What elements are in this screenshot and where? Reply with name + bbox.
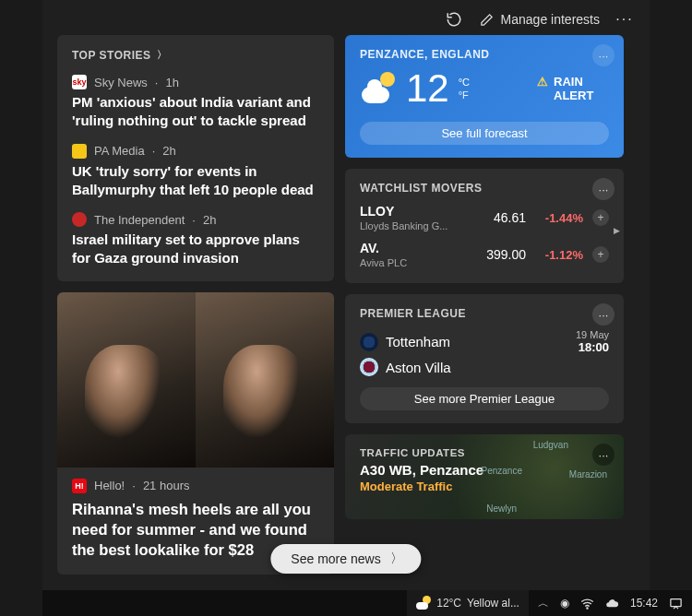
story-headline: PM 'anxious' about India variant and 'ru… (72, 93, 319, 131)
story-source: Sky News (94, 76, 148, 89)
ticker-change: -1.12% (535, 248, 583, 262)
manage-interests-label: Manage interests (501, 12, 600, 27)
weather-icon (416, 596, 431, 610)
weather-alert: ⚠ RAIN ALERT (537, 75, 609, 102)
onedrive-icon[interactable] (605, 597, 619, 610)
story-item[interactable]: The Independent · 2h Israel military set… (72, 212, 319, 268)
card-more-icon[interactable]: ··· (592, 303, 614, 326)
ticker: LLOY (360, 204, 465, 219)
source-badge: H! (72, 479, 87, 493)
ticker-name: Lloyds Banking G... (360, 220, 465, 231)
story-time: 21 hours (143, 479, 190, 492)
chevron-right-icon[interactable]: ▶ (614, 226, 620, 235)
tray-chevron-icon[interactable]: ︿ (538, 596, 549, 611)
story-headline: UK 'truly sorry' for events in Ballymurp… (72, 162, 319, 200)
ticker-change: -1.44% (535, 211, 583, 225)
see-more-league-button[interactable]: See more Premier League (360, 387, 609, 410)
svg-point-0 (587, 607, 588, 608)
traffic-status: Moderate Traffic (360, 480, 609, 493)
system-tray[interactable]: ︿ ◉ 15:42 (529, 596, 692, 611)
map-label: Marazion (569, 469, 607, 480)
sport-card: ··· PREMIER LEAGUE Tottenham 19 May 18:0… (345, 294, 624, 423)
team-badge-icon (360, 358, 378, 376)
watchlist-row[interactable]: LLOY Lloyds Banking G... 46.61 -1.44% + (360, 204, 609, 231)
card-more-icon[interactable]: ··· (592, 444, 614, 466)
taskbar-weather[interactable]: 12°C Yellow al... (407, 590, 529, 616)
team-name: Tottenham (386, 334, 450, 349)
taskbar-temp: 12°C (436, 597, 461, 610)
wifi-icon[interactable] (580, 597, 594, 610)
add-ticker-icon[interactable]: + (592, 246, 609, 263)
weather-card[interactable]: ··· PENZANCE, ENGLAND 12 °C °F ⚠ RAIN AL… (345, 35, 624, 158)
team-name: Aston Villa (386, 360, 451, 375)
top-stories-header[interactable]: TOP STORIES 〉 (72, 48, 319, 62)
traffic-card[interactable]: ··· TRAFFIC UPDATES A30 WB, Penzance Mod… (345, 434, 624, 519)
story-item[interactable]: PA Media · 2h UK 'truly sorry' for event… (72, 144, 319, 200)
card-more-icon[interactable]: ··· (592, 44, 614, 66)
fixture-date: 19 May (576, 329, 609, 340)
map-label: Ludgvan (533, 440, 568, 450)
taskbar: 12°C Yellow al... ︿ ◉ 15:42 (42, 590, 692, 616)
weather-condition-icon (360, 70, 397, 107)
card-more-icon[interactable]: ··· (592, 178, 614, 200)
manage-interests-button[interactable]: Manage interests (479, 11, 600, 28)
feature-image (57, 292, 334, 468)
svg-rect-1 (671, 598, 681, 606)
news-panel: Manage interests ··· TOP STORIES 〉 sky S… (42, 0, 650, 590)
weather-temp: 12 (406, 66, 449, 111)
story-headline: Israel military set to approve plans for… (72, 231, 319, 268)
fixture-row[interactable]: Tottenham 19 May 18:00 (360, 329, 609, 354)
ticker: AV. (360, 241, 465, 255)
source-badge: sky (72, 75, 87, 89)
story-time: 2h (203, 213, 216, 227)
alert-icon: ⚠ (537, 75, 548, 89)
story-source: PA Media (94, 144, 145, 158)
fixture-row[interactable]: Aston Villa (360, 358, 609, 376)
refresh-icon[interactable] (446, 11, 462, 28)
story-item[interactable]: sky Sky News · 1h PM 'anxious' about Ind… (72, 75, 319, 131)
story-source: Hello! (94, 479, 125, 492)
see-forecast-button[interactable]: See full forecast (360, 122, 609, 145)
map-label: Newlyn (486, 503, 517, 514)
map-label: Penzance (482, 466, 522, 476)
watchlist-row[interactable]: AV. Aviva PLC 399.00 -1.12% + (360, 241, 609, 268)
story-source: The Independent (94, 213, 185, 227)
fixture-time: 18:00 (576, 340, 609, 354)
traffic-header: TRAFFIC UPDATES (360, 447, 609, 458)
notifications-icon[interactable] (669, 597, 683, 610)
taskbar-clock[interactable]: 15:42 (630, 597, 658, 610)
watchlist-card: ··· WATCHLIST MOVERS ▶ LLOY Lloyds Banki… (345, 169, 624, 283)
pencil-icon (479, 11, 495, 28)
source-badge (72, 212, 87, 227)
team-badge-icon (360, 333, 378, 351)
chevron-right-icon: 〉 (390, 551, 403, 567)
ticker-name: Aviva PLC (360, 257, 465, 268)
weather-location: PENZANCE, ENGLAND (360, 48, 609, 61)
watchlist-header[interactable]: WATCHLIST MOVERS (360, 182, 609, 195)
top-stories-card: TOP STORIES 〉 sky Sky News · 1h PM 'anxi… (57, 35, 334, 281)
more-icon[interactable]: ··· (616, 11, 633, 28)
taskbar-weather-text: Yellow al... (467, 597, 519, 610)
story-time: 1h (165, 76, 178, 89)
chevron-right-icon: 〉 (157, 48, 168, 62)
toolbar: Manage interests ··· (42, 0, 650, 35)
see-more-news-button[interactable]: See more news 〉 (270, 544, 421, 574)
weather-units[interactable]: °C °F (459, 77, 470, 101)
add-ticker-icon[interactable]: + (592, 209, 609, 226)
ticker-value: 399.00 (474, 247, 526, 262)
sport-header[interactable]: PREMIER LEAGUE (360, 307, 609, 320)
ticker-value: 46.61 (474, 210, 526, 225)
story-time: 2h (162, 144, 175, 158)
location-icon[interactable]: ◉ (560, 597, 569, 610)
feature-story-card[interactable]: H! Hello! · 21 hours Rihanna's mesh heel… (57, 292, 334, 575)
source-badge (72, 144, 87, 159)
